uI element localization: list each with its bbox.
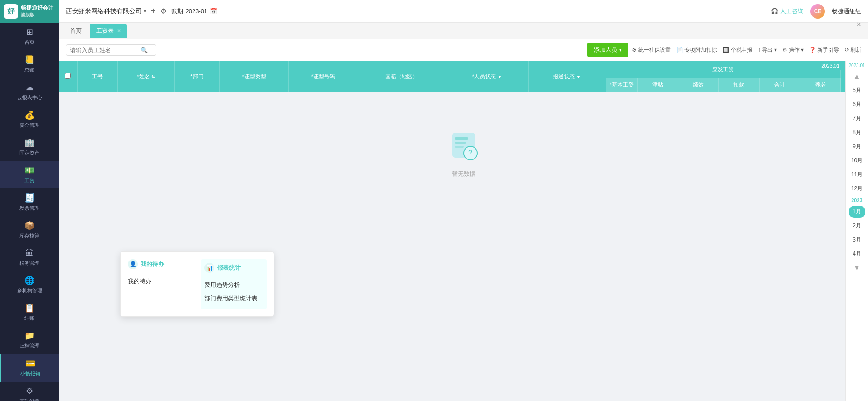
empty-icon: ? — [446, 128, 482, 164]
report-filter-icon[interactable]: ▼ — [577, 74, 581, 79]
sidebar-item-general-ledger[interactable]: 📒 总账 — [0, 50, 59, 78]
main-area: 西安虾米网络科技有限公司 ▾ + ⚙ 账期 2023-01 📅 🎧 人工咨询 C… — [59, 0, 868, 401]
sub-col-total: 合计 — [759, 78, 800, 92]
toolbar-actions: ⚙ 统一社保设置 📄 专项附加扣除 🔲 个税申报 ↑ 导出 ▾ ⚙ — [632, 46, 861, 54]
archive-icon: 📁 — [24, 331, 34, 341]
popup-section-2-label: 报表统计 — [217, 264, 241, 272]
operation-icon: ⚙ — [782, 47, 787, 53]
date-nav-up-button[interactable]: ▲ — [846, 70, 868, 83]
logo-icon: 好 — [4, 4, 18, 19]
sidebar-item-cloud-report[interactable]: ☁ 云报表中心 — [0, 78, 59, 106]
date-month-6[interactable]: 6月 — [846, 97, 868, 111]
sidebar-item-inventory[interactable]: 📦 库存核算 — [0, 216, 59, 244]
accounting-period: 账期 2023-01 📅 — [171, 7, 218, 15]
svg-rect-3 — [455, 146, 464, 148]
refresh-icon: ↺ — [844, 47, 849, 53]
add-people-button[interactable]: 添加人员 ▾ — [587, 43, 628, 57]
sidebar-label-fixed-assets: 固定资产 — [19, 150, 39, 156]
sidebar-item-fixed-assets[interactable]: 🏢 固定资产 — [0, 133, 59, 161]
search-box: 🔍 — [66, 44, 156, 56]
basic-settings-icon: ⚙ — [26, 386, 33, 396]
date-month-11[interactable]: 11月 — [846, 168, 868, 182]
action-special-deduction[interactable]: 📄 专项附加扣除 — [676, 46, 717, 54]
app-sub: 旗舰版 — [21, 12, 53, 18]
date-month-4[interactable]: 4月 — [846, 247, 868, 261]
date-month-2[interactable]: 2月 — [846, 219, 868, 233]
sub-col-deductions: 扣款 — [718, 78, 759, 92]
sidebar-item-salary[interactable]: 💵 工资 — [0, 161, 59, 188]
search-input[interactable] — [70, 47, 138, 53]
company-selector[interactable]: 西安虾米网络科技有限公司 ▾ — [66, 7, 146, 15]
sub-col-base-salary: *基本工资 — [606, 78, 637, 92]
sidebar-item-archive[interactable]: 📁 归档管理 — [0, 326, 59, 354]
sidebar-item-home[interactable]: ⊞ 首页 — [0, 23, 59, 50]
sidebar-item-invoice[interactable]: 🧾 发票管理 — [0, 188, 59, 216]
tab-home[interactable]: 首页 — [63, 24, 88, 38]
date-month-3[interactable]: 3月 — [846, 233, 868, 247]
col-report-status: 报送状态 ▼ — [528, 61, 606, 92]
svg-rect-1 — [455, 137, 468, 140]
sidebar-item-basic-settings[interactable]: ⚙ 基础设置 — [0, 382, 59, 401]
svg-rect-2 — [455, 142, 466, 144]
action-export[interactable]: ↑ 导出 ▾ — [758, 46, 777, 54]
topbar-settings-button[interactable]: ⚙ — [160, 7, 167, 15]
sidebar-label-archive: 归档管理 — [19, 343, 39, 349]
sidebar-label-inventory: 库存核算 — [19, 232, 39, 239]
action-unified-social[interactable]: ⚙ 统一社保设置 — [632, 46, 671, 54]
date-month-8[interactable]: 8月 — [846, 126, 868, 140]
window-close-button[interactable]: × — [856, 20, 861, 29]
action-operation[interactable]: ⚙ 操作 ▾ — [782, 46, 804, 54]
tab-home-label: 首页 — [70, 27, 82, 34]
date-nav-down-button[interactable]: ▼ — [846, 261, 868, 275]
sub-col-performance: 绩效 — [678, 78, 719, 92]
sidebar-item-tax[interactable]: 🏛 税务管理 — [0, 244, 59, 271]
popup-menu-item-todo[interactable]: 我的待办 — [128, 275, 194, 288]
topbar-right: 🎧 人工咨询 CE 畅捷通组组 — [771, 4, 861, 19]
sidebar-item-xiaochang[interactable]: 💳 小畅报销 — [0, 354, 59, 382]
action-refresh[interactable]: ↺ 刷新 — [844, 46, 861, 54]
search-icon: 🔍 — [141, 47, 148, 53]
support-link[interactable]: 🎧 人工咨询 — [771, 7, 804, 15]
doc-icon: 📄 — [676, 47, 683, 53]
date-month-9[interactable]: 9月 — [846, 140, 868, 154]
select-all-checkbox[interactable] — [65, 73, 71, 79]
sidebar-item-multi-org[interactable]: 🌐 多机构管理 — [0, 271, 59, 299]
date-month-12[interactable]: 12月 — [846, 182, 868, 196]
sidebar: 好 畅捷通好会计 旗舰版 ⊞ 首页 📒 总账 ☁ 云报表中心 💰 资金管理 🏢 … — [0, 0, 59, 401]
guide-icon: ❓ — [809, 47, 816, 53]
sidebar-label-closing: 结账 — [24, 315, 34, 322]
date-month-7[interactable]: 7月 — [846, 111, 868, 126]
home-icon: ⊞ — [26, 27, 33, 37]
action-label-unified-social: 统一社保设置 — [638, 46, 671, 54]
date-month-10[interactable]: 10月 — [846, 154, 868, 168]
tax-icon: 🏛 — [25, 248, 34, 258]
period-value: 2023-01 — [186, 8, 208, 14]
topbar-add-button[interactable]: + — [151, 6, 156, 16]
multi-org-icon: 🌐 — [24, 275, 34, 285]
popup-section-1: 👤 我的待办 我的待办 — [128, 259, 194, 309]
content-area: 🔍 添加人员 ▾ ⚙ 统一社保设置 📄 专项附加扣除 🔲 个税申报 — [59, 39, 868, 401]
app-logo: 好 畅捷通好会计 旗舰版 — [0, 0, 59, 23]
date-month-1-active[interactable]: 1月 — [849, 206, 865, 218]
filter-icon[interactable]: ▼ — [498, 74, 502, 79]
sidebar-label-invoice: 发票管理 — [19, 205, 39, 212]
settings-icon: ⚙ — [632, 47, 637, 53]
inventory-icon: 📦 — [24, 221, 34, 231]
avatar-text: CE — [814, 8, 822, 14]
sidebar-item-closing[interactable]: 📋 结账 — [0, 299, 59, 326]
tab-close-icon[interactable]: × — [117, 27, 121, 34]
popup-menu-item-cost-trend[interactable]: 费用趋势分析 — [204, 278, 263, 292]
date-month-5[interactable]: 5月 — [846, 83, 868, 97]
action-individual-tax[interactable]: 🔲 个税申报 — [723, 46, 752, 54]
sidebar-item-fund[interactable]: 💰 资金管理 — [0, 106, 59, 133]
sort-name-icon: ⇅ — [151, 74, 155, 79]
tab-salary[interactable]: 工资表 × — [90, 24, 127, 38]
cloud-icon: ☁ — [25, 82, 34, 92]
col-cert-no: *证型号码 — [289, 61, 358, 92]
table-header-row: 工号 *姓名 ⇅ *部门 *证型类型 *证型号码 — [59, 61, 868, 78]
content-toolbar: 🔍 添加人员 ▾ ⚙ 统一社保设置 📄 专项附加扣除 🔲 个税申报 — [59, 39, 868, 61]
fixed-assets-icon: 🏢 — [24, 138, 34, 148]
action-new-guide[interactable]: ❓ 新手引导 — [809, 46, 839, 54]
sidebar-label-cloud: 云报表中心 — [17, 94, 42, 101]
popup-menu-item-dept-cost[interactable]: 部门费用类型统计表 — [204, 292, 263, 305]
